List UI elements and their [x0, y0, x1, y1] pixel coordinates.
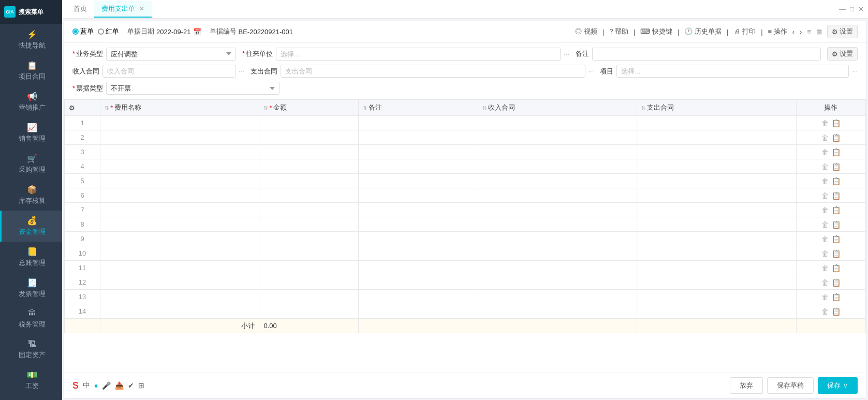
cell-amount[interactable]	[259, 217, 359, 232]
copy-icon[interactable]: 📋	[832, 307, 841, 316]
cell-name[interactable]	[100, 275, 259, 290]
cell-expense-contract[interactable]	[637, 116, 796, 130]
copy-icon[interactable]: 📋	[832, 264, 841, 272]
cell-income-contract[interactable]	[478, 261, 637, 275]
cell-income-contract[interactable]	[478, 188, 637, 203]
cell-name[interactable]	[100, 290, 259, 304]
brand-check-icon[interactable]: ✔	[128, 381, 134, 390]
history-label[interactable]: 🕐 历史单据	[684, 27, 722, 36]
print-label[interactable]: 🖨 打印	[734, 27, 756, 36]
copy-icon[interactable]: 📋	[832, 191, 841, 200]
cell-note[interactable]	[359, 232, 478, 246]
copy-icon[interactable]: 📋	[832, 134, 841, 142]
sidebar-item-purchase[interactable]: 🛒 采购管理	[0, 149, 62, 180]
tab-expense-close[interactable]: ✕	[139, 5, 144, 12]
sort-icon-income[interactable]: ⇅	[482, 105, 487, 111]
income-contract-dots[interactable]: ···	[239, 67, 244, 75]
expense-contract-dots[interactable]: ···	[589, 67, 594, 75]
cell-name[interactable]	[100, 174, 259, 188]
cell-income-contract[interactable]	[478, 203, 637, 217]
delete-icon[interactable]: 🗑	[821, 235, 829, 243]
cell-income-contract[interactable]	[478, 145, 637, 159]
cell-name[interactable]	[100, 116, 259, 130]
cell-name[interactable]	[100, 232, 259, 246]
table-scroll-area[interactable]: ⚙ ⇅ * 费用名称 ⇅ *	[64, 99, 866, 373]
cell-amount[interactable]	[259, 130, 359, 145]
cell-note[interactable]	[359, 116, 478, 130]
cell-name[interactable]	[100, 188, 259, 203]
cell-income-contract[interactable]	[478, 246, 637, 261]
layout-list[interactable]: ≡	[807, 28, 811, 36]
cell-note[interactable]	[359, 246, 478, 261]
layout-grid[interactable]: ⊞	[816, 28, 822, 36]
brand-mic-icon[interactable]: 🎤	[102, 381, 111, 390]
cell-name[interactable]	[100, 217, 259, 232]
delete-icon[interactable]: 🗑	[821, 162, 829, 171]
cell-note[interactable]	[359, 130, 478, 145]
cell-amount[interactable]	[259, 203, 359, 217]
cell-amount[interactable]	[259, 261, 359, 275]
cell-note[interactable]	[359, 290, 478, 304]
copy-icon[interactable]: 📋	[832, 249, 841, 258]
maximize-button[interactable]: □	[850, 5, 854, 13]
business-type-select[interactable]: 应付调整	[106, 48, 236, 61]
brand-cn-icon[interactable]: 中	[83, 381, 90, 390]
cell-amount[interactable]	[259, 246, 359, 261]
sidebar-item-fixed-assets[interactable]: 🏗 固定资产	[0, 334, 62, 365]
sidebar-item-salary[interactable]: 💵 工资	[0, 365, 62, 396]
cell-note[interactable]	[359, 188, 478, 203]
help-label[interactable]: ? 帮助	[609, 27, 628, 36]
delete-icon[interactable]: 🗑	[821, 148, 829, 156]
project-dots[interactable]: ···	[852, 67, 858, 75]
delete-icon[interactable]: 🗑	[821, 249, 829, 258]
cell-expense-contract[interactable]	[637, 130, 796, 145]
delete-icon[interactable]: 🗑	[821, 307, 829, 316]
copy-icon[interactable]: 📋	[832, 148, 841, 156]
cell-income-contract[interactable]	[478, 232, 637, 246]
cell-note[interactable]	[359, 203, 478, 217]
sort-icon-amount[interactable]: ⇅	[263, 105, 268, 111]
brand-download-icon[interactable]: 📥	[115, 381, 124, 390]
ops-label[interactable]: ≡ 操作	[768, 27, 787, 36]
delete-icon[interactable]: 🗑	[821, 134, 829, 142]
delete-icon[interactable]: 🗑	[821, 293, 829, 301]
nav-prev[interactable]: ‹	[792, 28, 795, 36]
sidebar-item-inventory[interactable]: 📦 库存核算	[0, 180, 62, 211]
cell-name[interactable]	[100, 130, 259, 145]
cell-note[interactable]	[359, 174, 478, 188]
cell-note[interactable]	[359, 261, 478, 275]
cell-income-contract[interactable]	[478, 130, 637, 145]
cell-name[interactable]	[100, 159, 259, 174]
sidebar-item-sales[interactable]: 📈 销售管理	[0, 117, 62, 149]
copy-icon[interactable]: 📋	[832, 206, 841, 214]
sort-icon-note[interactable]: ⇅	[363, 105, 367, 111]
video-label[interactable]: ◎ 视频	[575, 27, 597, 36]
sidebar-item-project-contract[interactable]: 📋 项目合同	[0, 55, 62, 86]
shortcuts-label[interactable]: ⌨ 快捷键	[640, 27, 672, 36]
copy-icon[interactable]: 📋	[832, 235, 841, 243]
cell-amount[interactable]	[259, 159, 359, 174]
tab-home[interactable]: 首页	[66, 1, 94, 18]
delete-icon[interactable]: 🗑	[821, 177, 829, 185]
cell-income-contract[interactable]	[478, 116, 637, 130]
minimize-button[interactable]: —	[839, 5, 846, 13]
cell-expense-contract[interactable]	[637, 304, 796, 319]
sidebar-item-ops[interactable]: 📊 经营管理	[0, 396, 62, 400]
cell-note[interactable]	[359, 304, 478, 319]
delete-icon[interactable]: 🗑	[821, 206, 829, 214]
table-settings-icon[interactable]: ⚙	[69, 104, 75, 112]
col-settings-button[interactable]: ⚙ 设置	[827, 47, 858, 61]
delete-icon[interactable]: 🗑	[821, 220, 829, 229]
cell-amount[interactable]	[259, 232, 359, 246]
cell-amount[interactable]	[259, 290, 359, 304]
cell-amount[interactable]	[259, 116, 359, 130]
save-draft-button[interactable]: 保存草稿	[767, 377, 814, 394]
cell-expense-contract[interactable]	[637, 261, 796, 275]
sidebar-item-tax[interactable]: 🏛 税务管理	[0, 304, 62, 334]
radio-blue[interactable]: 蓝单	[72, 27, 94, 36]
close-button[interactable]: ✕	[858, 5, 864, 13]
number-value[interactable]: BE-20220921-001	[239, 28, 293, 36]
project-input[interactable]	[616, 65, 849, 78]
income-contract-input[interactable]	[102, 65, 236, 78]
delete-icon[interactable]: 🗑	[821, 191, 829, 200]
